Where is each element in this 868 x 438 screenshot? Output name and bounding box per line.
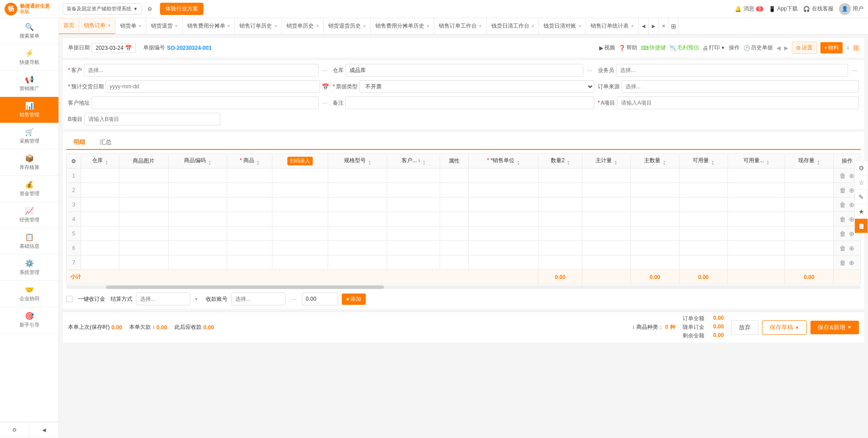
tab-nav-next[interactable]: ▶ bbox=[649, 18, 659, 34]
row5-warehouse[interactable] bbox=[81, 226, 119, 241]
row7-avail-qty[interactable] bbox=[679, 255, 727, 270]
delivery-date-input[interactable] bbox=[106, 80, 320, 93]
project-a-input[interactable] bbox=[617, 96, 859, 109]
user-item[interactable]: 👤 用户 bbox=[839, 3, 863, 15]
tab-sales-return-close[interactable]: × bbox=[175, 24, 178, 29]
right-float-star[interactable]: ☆ bbox=[855, 175, 868, 190]
tab-nav-close-all[interactable]: ✕ bbox=[659, 18, 669, 34]
scan-input-btn[interactable]: 扫码录入 bbox=[287, 157, 313, 165]
tab-sales-credit-close[interactable]: × bbox=[139, 24, 141, 29]
save-new-button[interactable]: 保存&新增 ▼ bbox=[810, 321, 859, 334]
row6-avail-qty[interactable] bbox=[679, 241, 727, 255]
save-new-chevron-icon[interactable]: ▼ bbox=[847, 325, 852, 330]
row3-spec[interactable] bbox=[328, 197, 387, 212]
warehouse-dots-btn[interactable]: ··· bbox=[585, 67, 594, 74]
row2-customer-ref[interactable] bbox=[387, 183, 440, 197]
sidebar-item-operations[interactable]: 📈 经营管理 bbox=[0, 202, 58, 228]
tab-sales-expense-history[interactable]: 销售费用分摊单历史 × bbox=[371, 18, 434, 34]
calendar-icon[interactable]: 📅 bbox=[125, 45, 132, 51]
row6-attributes[interactable] bbox=[440, 241, 469, 255]
row7-warehouse[interactable] bbox=[81, 255, 119, 270]
customer-input[interactable] bbox=[84, 64, 319, 77]
row6-product-code[interactable] bbox=[168, 241, 227, 255]
right-float-settings[interactable]: ⚙ bbox=[855, 161, 868, 175]
row1-warehouse[interactable] bbox=[81, 168, 119, 183]
date-value[interactable]: 2023-03-24 📅 bbox=[92, 43, 136, 53]
row1-qty2[interactable] bbox=[538, 168, 582, 183]
row5-delete-btn[interactable]: 🗑 bbox=[839, 229, 847, 238]
history-btn[interactable]: 🕐 历史单据 bbox=[743, 44, 773, 52]
list-view-btn[interactable]: ⊞ bbox=[853, 43, 859, 52]
sidebar-item-marketing[interactable]: 📢 营销推广 bbox=[0, 71, 58, 97]
view-btn[interactable]: ▶ 视频 bbox=[599, 44, 615, 52]
row5-stock[interactable] bbox=[785, 226, 833, 241]
row1-stock[interactable] bbox=[785, 168, 833, 183]
row7-spec[interactable] bbox=[328, 255, 387, 270]
row4-customer-ref[interactable] bbox=[387, 212, 440, 226]
row4-main-qty[interactable] bbox=[630, 212, 679, 226]
row3-delete-btn[interactable]: 🗑 bbox=[839, 200, 847, 209]
print-btn[interactable]: 🖨 打印 ▼ bbox=[703, 44, 725, 52]
tab-sales-order-history-close[interactable]: × bbox=[274, 24, 277, 29]
row4-avail-qty[interactable] bbox=[679, 212, 727, 226]
right-float-edit[interactable]: ✎ bbox=[855, 190, 868, 204]
tab-cash-daily-reconcile[interactable]: 钱货日清对账 × bbox=[539, 18, 586, 34]
row2-spec[interactable] bbox=[328, 183, 387, 197]
row5-qty2[interactable] bbox=[538, 226, 582, 241]
row2-qty2[interactable] bbox=[538, 183, 582, 197]
tab-sales-credit-history-close[interactable]: × bbox=[316, 24, 319, 29]
sidebar-item-search[interactable]: 🔍 搜索菜单 bbox=[0, 18, 58, 44]
tab-sales-return-history[interactable]: 销货退货历史 × bbox=[324, 18, 371, 34]
row3-product-code[interactable] bbox=[168, 197, 227, 212]
sales-unit-sort-icon[interactable]: ▲▼ bbox=[517, 160, 520, 165]
help-btn[interactable]: ❓ 帮助 bbox=[619, 44, 637, 52]
order-source-input[interactable] bbox=[621, 80, 859, 93]
tab-sales-expense-split-close[interactable]: × bbox=[228, 24, 230, 29]
customer-ref-sort-icon[interactable]: ▲▼ bbox=[423, 160, 426, 165]
tab-sales-order[interactable]: 销售订单 × bbox=[79, 18, 116, 34]
setup-button[interactable]: ⚙ 设置 bbox=[792, 42, 817, 54]
row4-sales-unit[interactable] bbox=[469, 212, 538, 226]
row1-main-qty[interactable] bbox=[630, 168, 679, 183]
row2-avail-qty[interactable] bbox=[679, 183, 727, 197]
row2-attributes[interactable] bbox=[440, 183, 469, 197]
row4-warehouse[interactable] bbox=[81, 212, 119, 226]
add-payment-btn[interactable]: ● 添加 bbox=[342, 294, 366, 305]
tab-sales-credit-history[interactable]: 销货单历史 × bbox=[282, 18, 324, 34]
salesperson-input[interactable] bbox=[616, 64, 849, 77]
detail-tab[interactable]: 明细 bbox=[66, 135, 92, 150]
row6-sales-unit[interactable] bbox=[469, 241, 538, 255]
row4-product-code[interactable] bbox=[168, 212, 227, 226]
row6-delete-btn[interactable]: 🗑 bbox=[839, 244, 847, 253]
row5-avail-qty[interactable] bbox=[679, 226, 727, 241]
row6-main-qty[interactable] bbox=[630, 241, 679, 255]
row7-sales-unit[interactable] bbox=[469, 255, 538, 270]
row1-product[interactable] bbox=[227, 168, 272, 183]
row7-product-code[interactable] bbox=[168, 255, 227, 270]
row3-stock[interactable] bbox=[785, 197, 833, 212]
row2-product-code[interactable] bbox=[168, 183, 227, 197]
save-draft-chevron-icon[interactable]: ▼ bbox=[795, 325, 800, 330]
row5-spec[interactable] bbox=[328, 226, 387, 241]
row7-avail-more[interactable] bbox=[727, 255, 785, 270]
row1-product-code[interactable] bbox=[168, 168, 227, 183]
tab-sales-expense-split[interactable]: 销售费用分摊单 × bbox=[183, 18, 235, 34]
row3-product-image[interactable] bbox=[119, 197, 168, 212]
tab-sales-stats-close[interactable]: × bbox=[631, 24, 634, 29]
customer-address-input[interactable] bbox=[92, 96, 319, 109]
row1-delete-btn[interactable]: 🗑 bbox=[839, 171, 847, 180]
row2-product[interactable] bbox=[227, 183, 272, 197]
row6-product[interactable] bbox=[227, 241, 272, 255]
tab-nav-prev[interactable]: ◀ bbox=[639, 18, 649, 34]
avail-qty-sort-icon[interactable]: ▲▼ bbox=[712, 160, 714, 165]
row3-customer-ref[interactable] bbox=[387, 197, 440, 212]
row2-sales-unit[interactable] bbox=[469, 183, 538, 197]
row7-product[interactable] bbox=[227, 255, 272, 270]
row3-sales-unit[interactable] bbox=[469, 197, 538, 212]
payment-amount-input[interactable] bbox=[302, 293, 338, 305]
tab-sales-workbench-close[interactable]: × bbox=[479, 24, 482, 29]
row3-attributes[interactable] bbox=[440, 197, 469, 212]
row5-main-qty[interactable] bbox=[630, 226, 679, 241]
row1-product-image[interactable] bbox=[119, 168, 168, 183]
row2-product-image[interactable] bbox=[119, 183, 168, 197]
